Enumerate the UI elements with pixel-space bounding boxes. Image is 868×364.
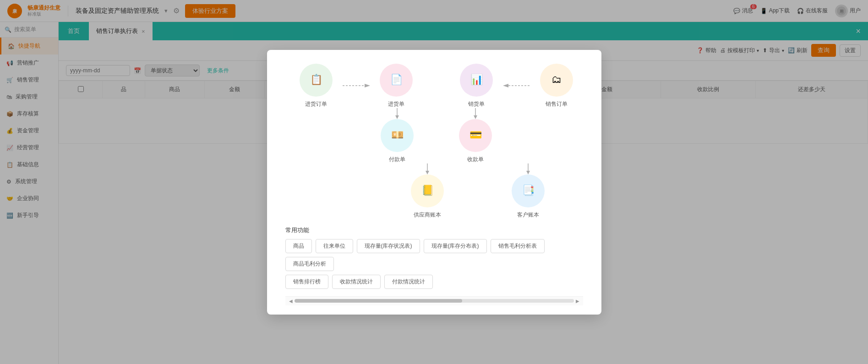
flow-node-supplier-ledger[interactable]: 📒 供应商账本 <box>391 174 464 219</box>
svg-text:💳: 💳 <box>469 129 482 141</box>
flow-node-purchase-bill[interactable]: 📄 进货单 <box>370 64 423 108</box>
flow-node-receipt-bill[interactable]: 💳 收款单 <box>447 119 504 163</box>
flow-node-sales-order[interactable]: 🗂 销售订单 <box>530 64 583 108</box>
svg-text:📒: 📒 <box>421 184 434 196</box>
func-btn-0[interactable]: 商品 <box>285 239 312 253</box>
svg-marker-17 <box>395 115 399 119</box>
svg-text:🗂: 🗂 <box>551 74 562 85</box>
flow-row-2: 💴 付款单 💳 收款单 <box>285 119 583 163</box>
scrollbar-track[interactable] <box>295 299 574 303</box>
modal-body: 📋 进货订单 📄 进货单 <box>267 50 601 315</box>
scroll-right-icon[interactable]: ▶ <box>576 299 579 304</box>
func-buttons-row2: 销售排行榜 收款情况统计 付款情况统计 <box>285 275 583 289</box>
scrollbar-thumb <box>295 299 462 303</box>
flow-label-receipt-bill: 收款单 <box>467 156 484 163</box>
func-btn-8[interactable]: 付款情况统计 <box>384 275 433 289</box>
func-btn-1[interactable]: 往来单位 <box>316 239 353 253</box>
flow-label-supplier-ledger: 供应商账本 <box>414 211 441 219</box>
svg-text:📊: 📊 <box>470 73 483 86</box>
flow-label-purchase-order: 进货订单 <box>305 100 327 108</box>
svg-text:📄: 📄 <box>390 73 403 86</box>
func-btn-2[interactable]: 现存量(库存状况表) <box>357 239 420 253</box>
svg-text:💴: 💴 <box>391 129 404 141</box>
flow-node-purchase-order[interactable]: 📋 进货订单 <box>290 64 343 108</box>
flow-label-purchase-bill: 进货单 <box>388 100 404 108</box>
flow-row-3: 📒 供应商账本 📑 客户账本 <box>285 174 583 219</box>
flow-arrows-down-row <box>285 108 583 119</box>
flow-label-sales-order: 销售订单 <box>546 100 568 108</box>
flow-node-payment-bill[interactable]: 💴 付款单 <box>368 119 426 163</box>
flow-arrow-1 <box>343 82 370 89</box>
svg-marker-7 <box>365 84 370 87</box>
modal-dialog: 📋 进货订单 📄 进货单 <box>267 50 601 315</box>
func-btn-5[interactable]: 商品毛利分析 <box>285 257 334 271</box>
svg-text:📋: 📋 <box>310 73 323 86</box>
func-btn-3[interactable]: 现存量(库存分布表) <box>424 239 487 253</box>
func-btn-6[interactable]: 销售排行榜 <box>285 275 328 289</box>
flow-node-customer-ledger[interactable]: 📑 客户账本 <box>491 174 565 219</box>
flow-row-1: 📋 进货订单 📄 进货单 <box>285 64 583 108</box>
common-title: 常用功能 <box>285 226 583 234</box>
flow-label-customer-ledger: 客户账本 <box>517 211 539 219</box>
flow-arrow-2 <box>503 82 530 89</box>
svg-marker-25 <box>426 171 429 174</box>
scroll-left-icon[interactable]: ◀ <box>289 299 293 304</box>
svg-text:📑: 📑 <box>522 184 535 196</box>
flow-label-payment-bill: 付款单 <box>389 156 405 163</box>
flow-label-sales-bill: 销货单 <box>468 100 485 108</box>
svg-marker-19 <box>474 115 477 119</box>
common-functions: 常用功能 商品 往来单位 现存量(库存状况表) 现存量(库存分布表) 销售毛利分… <box>285 226 583 289</box>
flow-node-sales-bill[interactable]: 📊 销货单 <box>450 64 503 108</box>
flow-arrows-down-row-2 <box>285 163 583 174</box>
func-buttons: 商品 往来单位 现存量(库存状况表) 现存量(库存分布表) 销售毛利分析表 商品… <box>285 239 583 271</box>
svg-marker-13 <box>503 84 508 87</box>
func-btn-4[interactable]: 销售毛利分析表 <box>491 239 545 253</box>
modal-overlay[interactable]: 📋 进货订单 📄 进货单 <box>0 0 868 364</box>
svg-marker-27 <box>526 171 530 174</box>
modal-scrollbar: ◀ ▶ <box>285 296 583 305</box>
func-btn-7[interactable]: 收款情况统计 <box>332 275 381 289</box>
